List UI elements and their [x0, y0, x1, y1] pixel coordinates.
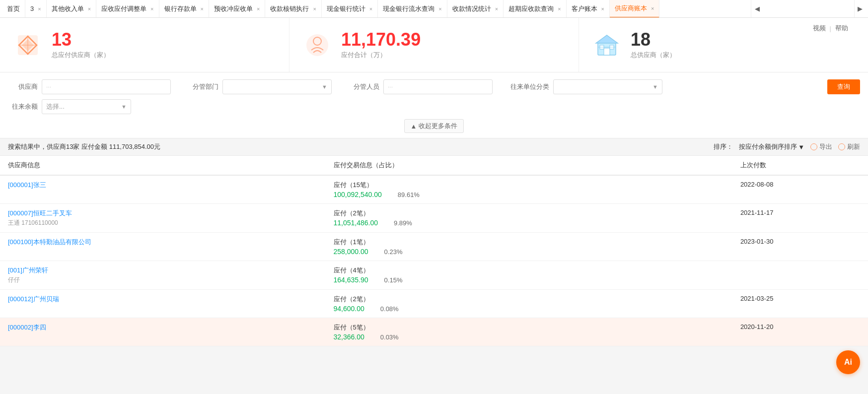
payable-amount[interactable]: 11,051,486.00 [334, 219, 378, 227]
category-filter-label: 往来单位分类 [510, 82, 549, 91]
supplier-link[interactable]: [000100]本特勤油品有限公司 [8, 238, 91, 246]
bank-deposit-close[interactable]: × [201, 6, 204, 12]
supplier-sub-info: 王通 17106110000 [8, 219, 318, 227]
export-label: 导出 [819, 142, 832, 151]
cash-bank-stat-label: 现金银行统计 [327, 4, 365, 13]
nav-tab-overdue[interactable]: 超期应收款查询 × [504, 0, 566, 18]
supplier-link[interactable]: [000001]张三 [8, 181, 46, 189]
balance-select[interactable]: 选择... ▼ [42, 99, 131, 114]
cash-bank-flow-close[interactable]: × [438, 6, 441, 12]
nav-tab-cash-bank-stat[interactable]: 现金银行统计 × [322, 0, 378, 18]
payable-info-cell: 应付（2笔）94,600.000.08% [326, 290, 732, 318]
prepay-close[interactable]: × [257, 6, 260, 12]
card1-content: 13 总应付供应商（家） [52, 31, 110, 60]
payment-verify-close[interactable]: × [313, 6, 316, 12]
nav-arrow-left[interactable]: ◀ [751, 0, 763, 18]
nav-tab-supplier-account[interactable]: 供应商账本 × [610, 0, 659, 18]
collection-stat-close[interactable]: × [495, 6, 498, 12]
bank-deposit-label: 银行存款单 [164, 4, 197, 13]
filter-area: 供应商 ··· 分管部门 ▼ 分管人员 ··· 往来单位分类 ▼ 查询 往来余额… [0, 72, 868, 138]
table-row: [000100]本特勤油品有限公司应付（1笔）258,000.000.23%20… [0, 233, 868, 261]
summary-bar: 13 总应付供应商（家） 11,170.39 应付合计（万） [0, 18, 868, 72]
person-dots: ··· [388, 83, 393, 90]
filter-row-2: 往来余额 选择... ▼ [8, 99, 860, 114]
data-table-container: 供应商信息 应付交易信息（占比） 上次付数 [000001]张三应付（15笔）1… [0, 156, 868, 346]
supplier-account-close[interactable]: × [651, 5, 654, 11]
category-select[interactable]: ▼ [553, 79, 662, 94]
supplier-link[interactable]: [000002]李四 [8, 324, 46, 331]
supplier-sub-info: 仔仔 [8, 276, 318, 284]
payable-percent: 0.08% [372, 305, 399, 313]
customer-account-close[interactable]: × [601, 6, 604, 12]
results-bar: 搜索结果中，供应商13家 应付金额 111,703,854.00元 排序： 按应… [0, 138, 868, 156]
person-input[interactable]: ··· [383, 79, 493, 94]
svg-rect-9 [604, 48, 610, 55]
supplier-info-cell: [000007]恒旺二手叉车王通 17106110000 [0, 204, 326, 233]
dept-select[interactable]: ▼ [222, 79, 332, 94]
nav-tab-bank-deposit[interactable]: 银行存款单 × [159, 0, 209, 18]
diamond-icon [12, 29, 44, 61]
supplier-link[interactable]: [001]广州荣轩 [8, 266, 48, 274]
nav-tab-3[interactable]: 3 × [25, 0, 47, 18]
tab-3-close[interactable]: × [38, 6, 41, 12]
supplier-link[interactable]: [000007]恒旺二手叉车 [8, 209, 72, 217]
col-header-lastpay: 上次付数 [732, 156, 868, 175]
supplier-filter-label: 供应商 [8, 82, 38, 91]
nav-tab-other-income[interactable]: 其他收入单 × [47, 0, 96, 18]
refresh-button[interactable]: 刷新 [838, 142, 860, 151]
nav-tab-collection-stat[interactable]: 收款情况统计 × [447, 0, 504, 18]
nav-tab-home[interactable]: 首页 [2, 0, 25, 18]
help-link[interactable]: 帮助 [835, 24, 848, 33]
nav-tab-prepay[interactable]: 预收冲应收单 × [209, 0, 265, 18]
total-suppliers-label: 总供应商（家） [631, 51, 676, 60]
payable-label: 应付（15笔） [334, 181, 724, 190]
summary-card-ap-suppliers: 13 总应付供应商（家） [0, 18, 289, 72]
collapse-icon: ▲ [411, 123, 417, 130]
ap-adjust-close[interactable]: × [150, 6, 153, 12]
person-filter-label: 分管人员 [350, 82, 379, 91]
payable-info-cell: 应付（2笔）11,051,486.009.89% [326, 204, 732, 233]
nav-tab-customer-account[interactable]: 客户账本 × [567, 0, 610, 18]
video-link[interactable]: 视频 [813, 24, 826, 33]
supplier-link[interactable]: [000012]广州贝瑞 [8, 295, 59, 303]
sort-select[interactable]: 按应付余额倒序排序 ▼ [739, 142, 804, 151]
ap-suppliers-label: 总应付供应商（家） [52, 51, 110, 60]
export-button[interactable]: 导出 [810, 142, 832, 151]
svg-marker-8 [596, 35, 618, 43]
balance-placeholder: 选择... [46, 102, 65, 111]
query-button[interactable]: 查询 [827, 79, 860, 94]
payable-amount[interactable]: 164,635.90 [334, 276, 368, 284]
nav-tab-cash-bank-flow[interactable]: 现金银行流水查询 × [378, 0, 447, 18]
top-navigation: 首页 3 × 其他收入单 × 应收应付调整单 × 银行存款单 × 预收冲应收单 … [0, 0, 868, 18]
total-suppliers-number: 18 [631, 31, 676, 49]
home-tab-label: 首页 [7, 4, 20, 13]
cash-bank-stat-close[interactable]: × [369, 6, 372, 12]
payable-percent: 0.15% [376, 276, 403, 284]
collapse-label: 收起更多条件 [419, 122, 457, 131]
supplier-info-cell: [000002]李四 [0, 318, 326, 346]
sort-option-text: 按应付余额倒序排序 [739, 142, 797, 151]
supplier-input[interactable]: ··· [42, 79, 171, 94]
collapse-button[interactable]: ▲ 收起更多条件 [404, 119, 464, 133]
payable-percent: 9.89% [386, 219, 412, 227]
last-pay-date-cell: 2021-03-25 [732, 290, 868, 318]
last-pay-date-cell [732, 261, 868, 290]
payable-amount[interactable]: 32,366.00 [334, 333, 364, 341]
last-pay-date-cell: 2021-11-17 [732, 204, 868, 233]
payable-info-cell: 应付（15笔）100,092,540.0089.61% [326, 175, 732, 204]
payable-amount[interactable]: 94,600.00 [334, 305, 364, 313]
balance-filter-label: 往来余额 [8, 102, 38, 111]
payable-amount[interactable]: 100,092,540.00 [334, 191, 382, 198]
other-income-close[interactable]: × [88, 6, 91, 12]
payable-label: 应付（2笔） [334, 209, 724, 218]
nav-tab-payment-verify[interactable]: 收款核销执行 × [265, 0, 321, 18]
nav-arrow-right[interactable]: ▶ [854, 0, 866, 18]
store-icon [591, 29, 623, 61]
payable-label: 应付（5笔） [334, 323, 724, 332]
col-header-supplier: 供应商信息 [0, 156, 326, 175]
filter-row-1: 供应商 ··· 分管部门 ▼ 分管人员 ··· 往来单位分类 ▼ 查询 [8, 79, 860, 94]
payable-amount[interactable]: 258,000.00 [334, 248, 368, 256]
supplier-account-label: 供应商账本 [615, 4, 647, 13]
overdue-close[interactable]: × [558, 6, 561, 12]
nav-tab-ap-adjust[interactable]: 应收应付调整单 × [96, 0, 159, 18]
